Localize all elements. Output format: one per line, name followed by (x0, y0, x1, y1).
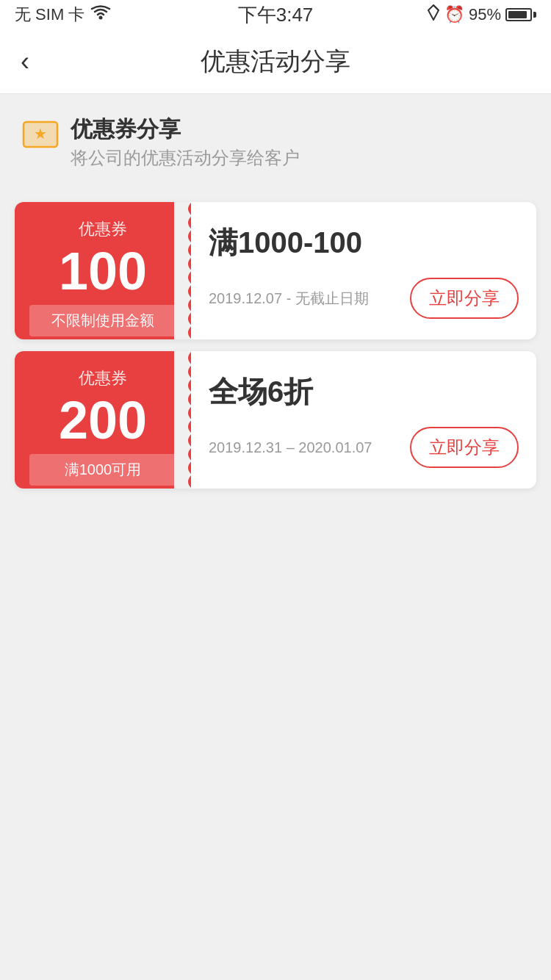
nav-title: 优惠活动分享 (201, 45, 350, 79)
coupon-name-2: 全场6折 (209, 372, 519, 412)
nav-bar: ‹ 优惠活动分享 (0, 29, 551, 94)
coupon-card-1: 优惠券 100 不限制使用金额 满1000-100 2019.12.07 - 无… (15, 202, 536, 339)
coupon-date-2: 2019.12.31 – 2020.01.07 (209, 439, 372, 456)
coupon-left-2: 优惠券 200 满1000可用 (15, 351, 191, 489)
coupons-container: 优惠券 100 不限制使用金额 满1000-100 2019.12.07 - 无… (0, 183, 551, 522)
back-button[interactable]: ‹ (21, 48, 29, 75)
battery-text: 95% (469, 5, 501, 24)
coupon-name-1: 满1000-100 (209, 223, 519, 263)
section-subtitle: 将公司的优惠活动分享给客户 (71, 146, 300, 170)
coupon-condition-1: 不限制使用金额 (29, 305, 176, 336)
location-icon (427, 4, 440, 25)
section-title: 优惠券分享 (71, 115, 300, 143)
coupon-left-inner-1: 优惠券 100 不限制使用金额 (29, 218, 176, 336)
wifi-icon (90, 4, 111, 25)
status-time: 下午3:47 (238, 2, 314, 28)
svg-text:★: ★ (34, 126, 47, 142)
status-left: 无 SIM 卡 (15, 4, 111, 26)
coupon-value-1: 100 (59, 245, 147, 298)
coupon-left-1: 优惠券 100 不限制使用金额 (15, 202, 191, 339)
status-bar: 无 SIM 卡 下午3:47 ⏰ 95% (0, 0, 551, 29)
coupon-value-2: 200 (59, 394, 147, 447)
coupon-meta-1: 2019.12.07 - 无截止日期 立即分享 (209, 278, 519, 319)
coupon-meta-2: 2019.12.31 – 2020.01.07 立即分享 (209, 427, 519, 468)
carrier-text: 无 SIM 卡 (15, 4, 84, 26)
coupon-card-2: 优惠券 200 满1000可用 全场6折 2019.12.31 – 2020.0… (15, 351, 536, 489)
share-button-1[interactable]: 立即分享 (410, 278, 519, 319)
coupon-right-2: 全场6折 2019.12.31 – 2020.01.07 立即分享 (191, 351, 536, 489)
coupon-left-inner-2: 优惠券 200 满1000可用 (29, 367, 176, 486)
share-button-2[interactable]: 立即分享 (410, 427, 519, 468)
section-text: 优惠券分享 将公司的优惠活动分享给客户 (71, 115, 300, 170)
alarm-icon: ⏰ (444, 5, 464, 24)
status-right: ⏰ 95% (427, 4, 536, 25)
svg-point-0 (99, 16, 103, 20)
coupon-share-icon: ★ (22, 116, 59, 153)
bottom-space (0, 522, 551, 963)
coupon-condition-2: 满1000可用 (29, 454, 176, 486)
coupon-date-1: 2019.12.07 - 无截止日期 (209, 289, 369, 309)
section-header: ★ 优惠券分享 将公司的优惠活动分享给客户 (0, 94, 551, 183)
coupon-type-2: 优惠券 (79, 367, 127, 389)
coupon-type-1: 优惠券 (79, 218, 127, 240)
coupon-right-1: 满1000-100 2019.12.07 - 无截止日期 立即分享 (191, 202, 536, 339)
battery-icon (505, 8, 536, 21)
